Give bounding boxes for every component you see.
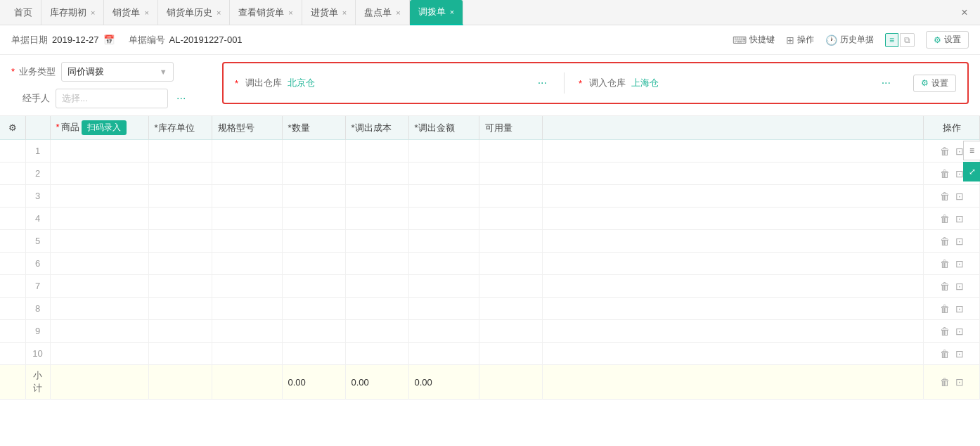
delete-icon-6[interactable]: 🗑 (940, 258, 950, 269)
subtotal-delete-icon[interactable]: 🗑 (940, 376, 950, 388)
tab-close-transfer[interactable]: × (450, 8, 454, 16)
cell-product-1[interactable] (50, 140, 148, 163)
cell-qty-6[interactable] (282, 253, 345, 275)
history-button[interactable]: 🕐 历史单据 (825, 34, 874, 46)
cell-cost-3[interactable] (345, 185, 408, 208)
tab-view-sales[interactable]: 查看销货单 × (230, 0, 302, 25)
cell-qty-4[interactable] (282, 208, 345, 230)
table-row: 5 🗑 ⊡ (0, 230, 980, 253)
delete-icon-1[interactable]: 🗑 (940, 146, 950, 157)
cell-cost-4[interactable] (345, 208, 408, 230)
col-settings-header[interactable]: ⚙ (0, 116, 25, 140)
cell-qty-1[interactable] (282, 140, 345, 163)
copy-icon-7[interactable]: ⊡ (955, 281, 964, 292)
col-amount-header: *调出金额 (408, 116, 479, 140)
cell-settings-5 (0, 230, 25, 253)
tab-close-purchase[interactable]: × (342, 8, 347, 17)
business-type-select[interactable]: 同价调拨 ▼ (61, 62, 174, 82)
cell-cost-6[interactable] (345, 253, 408, 275)
delete-icon-5[interactable]: 🗑 (940, 236, 950, 247)
warehouse-out-more-button[interactable]: ··· (535, 77, 550, 89)
cell-cost-2[interactable] (345, 163, 408, 185)
tab-sales-order[interactable]: 销货单 × (104, 0, 157, 25)
tab-close-sales-order[interactable]: × (144, 8, 148, 17)
copy-icon-4[interactable]: ⊡ (955, 213, 964, 224)
shortcuts-button[interactable]: ⌨ 快捷键 (733, 34, 775, 46)
cell-product-2[interactable] (50, 163, 148, 185)
delete-icon-10[interactable]: 🗑 (940, 348, 950, 359)
cell-product-9[interactable] (50, 320, 148, 343)
scan-input-button[interactable]: 扫码录入 (82, 120, 127, 135)
cell-qty-5[interactable] (282, 230, 345, 253)
copy-icon-10[interactable]: ⊡ (955, 348, 964, 359)
cell-unit-2 (148, 163, 212, 185)
cell-product-3[interactable] (50, 185, 148, 208)
cell-empty-1 (542, 140, 924, 163)
cell-amount-1 (408, 140, 479, 163)
cell-cost-7[interactable] (345, 275, 408, 298)
tab-transfer[interactable]: 调拨单 × (410, 0, 463, 25)
cell-product-8[interactable] (50, 298, 148, 320)
cell-cost-1[interactable] (345, 140, 408, 163)
cell-settings-7 (0, 275, 25, 298)
setting-button[interactable]: ⚙ 设置 (926, 31, 969, 49)
cell-cost-10[interactable] (345, 343, 408, 365)
subtotal-empty (542, 365, 924, 400)
table-header-row: ⚙ *商品 扫码录入 *库存单位 规格型号 *数量 *调出成本 *调出金额 可用… (0, 116, 980, 140)
warehouse-in-more-button[interactable]: ··· (879, 77, 894, 89)
tab-close-inventory[interactable]: × (396, 8, 400, 17)
tab-close-sales-history[interactable]: × (217, 8, 221, 17)
handler-select[interactable]: 选择... (56, 89, 168, 108)
cell-qty-7[interactable] (282, 275, 345, 298)
delete-icon-4[interactable]: 🗑 (940, 213, 950, 224)
subtotal-copy-icon[interactable]: ⊡ (955, 376, 964, 388)
tab-close-view-sales[interactable]: × (288, 8, 292, 17)
cell-product-6[interactable] (50, 253, 148, 275)
warehouse-setting-button[interactable]: ⚙ 设置 (913, 75, 956, 92)
window-close-button[interactable]: × (955, 3, 974, 23)
delete-icon-8[interactable]: 🗑 (940, 303, 950, 314)
tab-home[interactable]: 首页 (6, 0, 41, 25)
calendar-icon[interactable]: 📅 (103, 34, 115, 45)
delete-icon-2[interactable]: 🗑 (940, 168, 950, 179)
tab-close-inventory-init[interactable]: × (91, 8, 95, 17)
copy-icon-3[interactable]: ⊡ (955, 191, 964, 202)
tab-inventory[interactable]: 盘点单 × (356, 0, 409, 25)
cell-qty-2[interactable] (282, 163, 345, 185)
copy-icon-1[interactable]: ⊡ (955, 146, 964, 157)
cell-qty-9[interactable] (282, 320, 345, 343)
cell-qty-8[interactable] (282, 298, 345, 320)
cell-cost-8[interactable] (345, 298, 408, 320)
list-view-button[interactable]: ≡ (885, 33, 898, 47)
copy-icon-2[interactable]: ⊡ (955, 168, 964, 179)
handler-more-button[interactable]: ··· (174, 92, 188, 105)
cell-cost-9[interactable] (345, 320, 408, 343)
right-external-button[interactable]: ⤢ (963, 162, 980, 181)
cell-cost-5[interactable] (345, 230, 408, 253)
copy-icon-6[interactable]: ⊡ (955, 258, 964, 269)
right-list-button[interactable]: ≡ (963, 141, 980, 160)
copy-icon-5[interactable]: ⊡ (955, 236, 964, 247)
cell-qty-3[interactable] (282, 185, 345, 208)
cell-settings-8 (0, 298, 25, 320)
delete-icon-7[interactable]: 🗑 (940, 281, 950, 292)
tab-purchase[interactable]: 进货单 × (302, 0, 356, 25)
cell-product-4[interactable] (50, 208, 148, 230)
delete-icon-9[interactable]: 🗑 (940, 326, 950, 337)
cell-qty-10[interactable] (282, 343, 345, 365)
tab-inventory-init[interactable]: 库存期初 × (41, 0, 104, 25)
copy-icon-8[interactable]: ⊡ (955, 303, 964, 314)
col-unit-header: *库存单位 (148, 116, 212, 140)
cell-rownum-6: 6 (25, 253, 50, 275)
cell-product-5[interactable] (50, 230, 148, 253)
tab-sales-history[interactable]: 销货单历史 × (158, 0, 230, 25)
grid-view-button[interactable]: ⧉ (900, 33, 915, 47)
cell-product-7[interactable] (50, 275, 148, 298)
cell-action-3: 🗑 ⊡ (924, 185, 980, 208)
cell-product-10[interactable] (50, 343, 148, 365)
tab-bar: 首页 库存期初 × 销货单 × 销货单历史 × 查看销货单 × 进货单 × 盘点… (0, 0, 980, 25)
delete-icon-3[interactable]: 🗑 (940, 191, 950, 202)
operations-button[interactable]: ⊞ 操作 (786, 34, 814, 46)
copy-icon-9[interactable]: ⊡ (955, 326, 964, 337)
cell-rownum-10: 10 (25, 343, 50, 365)
